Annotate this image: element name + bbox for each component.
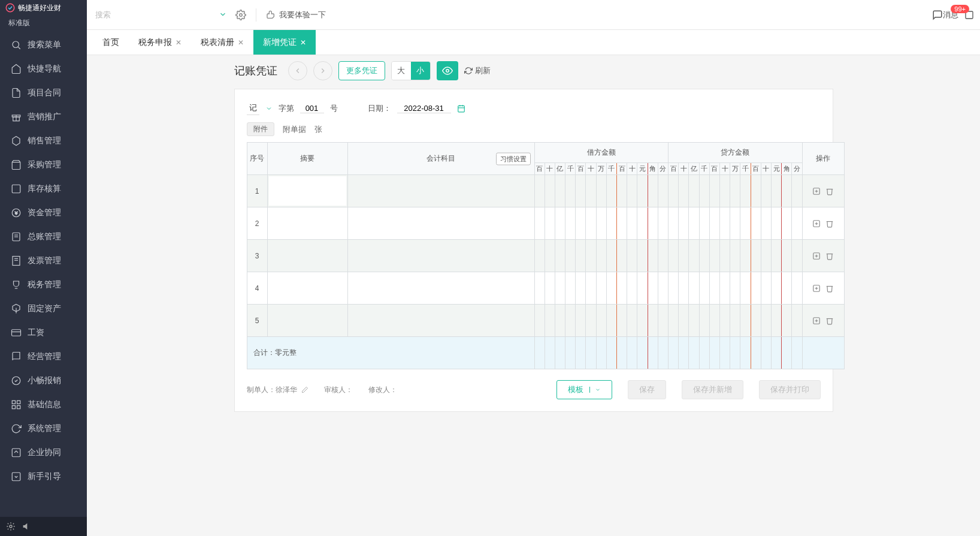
- amount-digit-cell[interactable]: [606, 305, 616, 337]
- amount-digit-cell[interactable]: [720, 272, 730, 305]
- amount-digit-cell[interactable]: [596, 240, 606, 272]
- amount-digit-cell[interactable]: [534, 175, 545, 207]
- amount-digit-cell[interactable]: [782, 272, 792, 305]
- amount-digit-cell[interactable]: [761, 207, 771, 240]
- amount-digit-cell[interactable]: [720, 175, 730, 207]
- account-cell[interactable]: [347, 272, 534, 305]
- amount-digit-cell[interactable]: [751, 240, 761, 272]
- amount-digit-cell[interactable]: [586, 207, 596, 240]
- amount-digit-cell[interactable]: [771, 272, 781, 305]
- amount-digit-cell[interactable]: [740, 305, 751, 337]
- delete-row-icon[interactable]: [825, 187, 834, 195]
- sidebar-item-6[interactable]: 库存核算: [0, 177, 87, 201]
- amount-digit-cell[interactable]: [658, 305, 668, 337]
- amount-digit-cell[interactable]: [709, 175, 719, 207]
- amount-digit-cell[interactable]: [637, 240, 648, 272]
- amount-digit-cell[interactable]: [648, 240, 658, 272]
- account-cell[interactable]: [347, 207, 534, 240]
- sidebar-item-5[interactable]: 采购管理: [0, 153, 87, 177]
- sidebar-item-15[interactable]: 基础信息: [0, 393, 87, 417]
- sidebar-item-3[interactable]: 营销推广: [0, 105, 87, 129]
- amount-digit-cell[interactable]: [555, 305, 565, 337]
- delete-row-icon[interactable]: [825, 252, 834, 260]
- save-new-button[interactable]: 保存并新增: [682, 380, 743, 399]
- sidebar-item-8[interactable]: 总账管理: [0, 225, 87, 249]
- close-icon[interactable]: ✕: [238, 38, 244, 47]
- amount-digit-cell[interactable]: [771, 175, 781, 207]
- sidebar-item-16[interactable]: 系统管理: [0, 417, 87, 441]
- amount-digit-cell[interactable]: [669, 240, 679, 272]
- amount-digit-cell[interactable]: [771, 207, 781, 240]
- amount-digit-cell[interactable]: [565, 240, 576, 272]
- amount-digit-cell[interactable]: [545, 175, 555, 207]
- tab-2[interactable]: 税表清册✕: [191, 30, 253, 55]
- calendar-icon[interactable]: [457, 104, 465, 113]
- sidebar-item-13[interactable]: 经营管理: [0, 345, 87, 369]
- amount-digit-cell[interactable]: [586, 305, 596, 337]
- amount-digit-cell[interactable]: [771, 240, 781, 272]
- add-row-icon[interactable]: [812, 284, 821, 293]
- amount-digit-cell[interactable]: [689, 207, 699, 240]
- amount-digit-cell[interactable]: [648, 207, 658, 240]
- amount-digit-cell[interactable]: [617, 175, 627, 207]
- amount-digit-cell[interactable]: [627, 305, 637, 337]
- amount-digit-cell[interactable]: [709, 207, 719, 240]
- account-cell[interactable]: [347, 305, 534, 337]
- amount-digit-cell[interactable]: [576, 272, 586, 305]
- amount-digit-cell[interactable]: [782, 175, 792, 207]
- habit-settings-button[interactable]: 习惯设置: [496, 152, 531, 165]
- amount-digit-cell[interactable]: [617, 240, 627, 272]
- amount-digit-cell[interactable]: [699, 272, 709, 305]
- sidebar-item-1[interactable]: 快捷导航: [0, 57, 87, 81]
- amount-digit-cell[interactable]: [669, 305, 679, 337]
- edit-icon[interactable]: [301, 386, 308, 393]
- amount-digit-cell[interactable]: [669, 175, 679, 207]
- amount-digit-cell[interactable]: [792, 207, 802, 240]
- summary-cell[interactable]: [267, 175, 347, 207]
- amount-digit-cell[interactable]: [576, 207, 586, 240]
- amount-digit-cell[interactable]: [699, 175, 709, 207]
- amount-digit-cell[interactable]: [545, 240, 555, 272]
- voucher-number-input[interactable]: [300, 104, 324, 113]
- amount-digit-cell[interactable]: [699, 305, 709, 337]
- sidebar-item-7[interactable]: ¥资金管理: [0, 201, 87, 225]
- volume-icon[interactable]: [22, 522, 31, 531]
- amount-digit-cell[interactable]: [689, 240, 699, 272]
- preview-button[interactable]: [437, 61, 458, 80]
- amount-digit-cell[interactable]: [669, 207, 679, 240]
- sidebar-item-12[interactable]: 工资: [0, 321, 87, 345]
- amount-digit-cell[interactable]: [627, 207, 637, 240]
- amount-digit-cell[interactable]: [709, 305, 719, 337]
- amount-digit-cell[interactable]: [679, 272, 689, 305]
- amount-digit-cell[interactable]: [730, 207, 740, 240]
- sidebar-item-18[interactable]: 新手引导: [0, 465, 87, 489]
- amount-digit-cell[interactable]: [720, 305, 730, 337]
- amount-digit-cell[interactable]: [720, 240, 730, 272]
- amount-digit-cell[interactable]: [555, 272, 565, 305]
- amount-digit-cell[interactable]: [555, 207, 565, 240]
- amount-digit-cell[interactable]: [669, 272, 679, 305]
- amount-digit-cell[interactable]: [534, 305, 545, 337]
- close-icon[interactable]: ✕: [300, 38, 306, 47]
- add-row-icon[interactable]: [812, 187, 821, 195]
- search-input[interactable]: [95, 10, 215, 19]
- amount-digit-cell[interactable]: [699, 207, 709, 240]
- account-cell[interactable]: [347, 175, 534, 207]
- amount-digit-cell[interactable]: [730, 240, 740, 272]
- voucher-date-input[interactable]: [397, 104, 451, 113]
- amount-digit-cell[interactable]: [576, 305, 586, 337]
- sidebar-item-10[interactable]: 税务管理: [0, 273, 87, 297]
- save-button[interactable]: 保存: [628, 380, 666, 399]
- amount-digit-cell[interactable]: [606, 207, 616, 240]
- amount-digit-cell[interactable]: [792, 272, 802, 305]
- amount-digit-cell[interactable]: [730, 272, 740, 305]
- amount-digit-cell[interactable]: [771, 305, 781, 337]
- delete-row-icon[interactable]: [825, 317, 834, 325]
- amount-digit-cell[interactable]: [617, 305, 627, 337]
- amount-digit-cell[interactable]: [740, 240, 751, 272]
- amount-digit-cell[interactable]: [689, 272, 699, 305]
- summary-input[interactable]: [269, 176, 346, 206]
- amount-digit-cell[interactable]: [751, 272, 761, 305]
- chevron-down-icon[interactable]: [219, 10, 227, 19]
- summary-cell[interactable]: [267, 207, 347, 240]
